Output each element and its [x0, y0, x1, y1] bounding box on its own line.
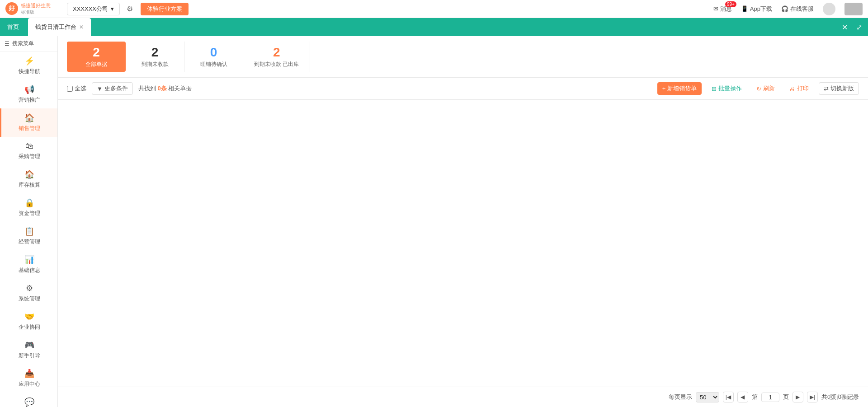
prev-page-button[interactable]: ◀: [737, 392, 748, 402]
app-version: 标准版: [21, 9, 51, 15]
sidebar-item-app-center[interactable]: 📥 应用中心: [0, 364, 57, 393]
operations-icon: 📋: [24, 226, 34, 236]
sidebar-item-purchase-label: 采购管理: [19, 153, 40, 160]
brand-watermark: OfTEn: [829, 393, 859, 402]
sidebar-item-enterprise[interactable]: 🤝 企业协同: [0, 307, 57, 336]
add-sale-button[interactable]: + 新增销货单: [657, 82, 702, 95]
finance-icon: 🔒: [24, 198, 34, 208]
stat-label-pending: 旺铺待确认: [200, 61, 227, 68]
wechat-icon: 💬: [24, 397, 34, 407]
stat-number-shipped: 2: [273, 45, 280, 60]
switch-version-button[interactable]: ⇄ 切换新版: [819, 82, 859, 95]
refresh-button[interactable]: ↻ 刷新: [752, 83, 779, 94]
sidebar-item-base-info-label: 基础信息: [19, 267, 40, 274]
stat-number-all: 2: [93, 45, 100, 60]
app-center-icon: 📥: [24, 369, 34, 379]
stat-card-overdue[interactable]: 2 到期未收款: [126, 42, 184, 72]
toolbar-left: 全选 ▼ 更多条件 共找到 0条 相关单据: [67, 82, 652, 95]
purchase-icon: 🛍: [25, 141, 33, 151]
stat-card-shipped[interactable]: 2 到期未收款 已出库: [243, 42, 310, 72]
stat-number-pending: 0: [210, 45, 217, 60]
stat-card-all[interactable]: 2 全部单据: [67, 42, 126, 72]
tab-close-icon[interactable]: ✕: [79, 24, 84, 30]
filter-label: 更多条件: [104, 84, 128, 93]
sidebar-item-marketing[interactable]: 📢 营销推广: [0, 80, 57, 108]
message-button[interactable]: ✉ 消息 99+: [713, 5, 732, 13]
select-all-checkbox[interactable]: 全选: [67, 84, 86, 93]
found-prefix: 共找到: [138, 85, 156, 92]
gear-icon: ⚙: [127, 5, 133, 13]
tab-workbench[interactable]: 钱货日清工作台 ✕: [28, 18, 91, 36]
sidebar-item-wechat[interactable]: 💬 企业微信: [0, 393, 57, 407]
sidebar-item-guide[interactable]: 🎮 新手引导: [0, 336, 57, 364]
sidebar-item-finance[interactable]: 🔒 资金管理: [0, 193, 57, 222]
logo-icon: 好: [5, 2, 18, 15]
page-size-select[interactable]: 50 100 200: [696, 392, 719, 402]
sidebar-item-quick-nav-label: 快捷导航: [19, 68, 40, 75]
top-header: 好 畅捷通好生意 标准版 XXXXXX公司 ▾ ⚙ 体验行业方案 ✉ 消息 99…: [0, 0, 868, 18]
sidebar-item-purchase[interactable]: 🛍 采购管理: [0, 137, 57, 165]
avatar-extra[interactable]: [844, 3, 863, 15]
batch-button[interactable]: ⊞ 批量操作: [707, 83, 746, 94]
tab-close-window-button[interactable]: ✕: [839, 22, 850, 33]
toolbar: 全选 ▼ 更多条件 共找到 0条 相关单据 + 新增销货单 ⊞ 批量操作: [58, 78, 868, 100]
page-label: 第: [752, 393, 758, 401]
refresh-label: 刷新: [763, 84, 775, 93]
sidebar-item-finance-label: 资金管理: [19, 210, 40, 217]
sidebar-item-app-center-label: 应用中心: [19, 380, 40, 388]
print-icon: 🖨: [789, 85, 795, 92]
tab-bar: 首页 钱货日清工作台 ✕ ✕ ⤢: [0, 18, 868, 36]
sidebar-item-inventory[interactable]: 🏠 库存核算: [0, 165, 57, 193]
sidebar-item-system-label: 系统管理: [19, 295, 40, 303]
sidebar-item-operations[interactable]: 📋 经营管理: [0, 222, 57, 250]
sidebar-item-quick-nav[interactable]: ⚡ 快捷导航: [0, 51, 57, 80]
app-download-button[interactable]: 📱 App下载: [741, 5, 772, 13]
service-icon: 🎧: [781, 5, 788, 12]
stat-number-overdue: 2: [151, 45, 159, 60]
sidebar: ☰ 搜索菜单 ⚡ 快捷导航 📢 营销推广 🏠 销售管理 🛍 采购管理 🏠 库存核…: [0, 36, 58, 407]
sidebar-item-operations-label: 经营管理: [19, 238, 40, 246]
company-select[interactable]: XXXXXX公司 ▾: [67, 3, 120, 15]
tab-maximize-button[interactable]: ⤢: [854, 22, 864, 33]
batch-label: 批量操作: [718, 84, 742, 93]
company-name: XXXXXX公司: [73, 5, 108, 13]
online-service-button[interactable]: 🎧 在线客服: [781, 5, 814, 13]
guide-icon: 🎮: [24, 340, 34, 350]
tab-home[interactable]: 首页: [0, 18, 26, 36]
stat-label-all: 全部单据: [85, 61, 107, 68]
next-page-button[interactable]: ▶: [793, 392, 803, 402]
filter-button[interactable]: ▼ 更多条件: [92, 82, 133, 95]
refresh-icon: ↻: [756, 85, 761, 92]
stat-card-pending[interactable]: 0 旺铺待确认: [184, 42, 243, 72]
quick-nav-icon: ⚡: [24, 56, 34, 66]
switch-icon: ⇄: [824, 85, 829, 92]
switch-label: 切换新版: [830, 84, 854, 93]
first-page-button[interactable]: |◀: [723, 392, 734, 402]
pagination-bar: 每页显示 50 100 200 |◀ ◀ 第 页 ▶ ▶| 共0页,0条记录: [58, 387, 868, 407]
dropdown-icon: ▾: [111, 5, 114, 12]
stat-label-shipped: 到期未收款 已出库: [254, 61, 299, 68]
sidebar-search[interactable]: ☰ 搜索菜单: [0, 36, 57, 51]
header-right: ✉ 消息 99+ 📱 App下载 🎧 在线客服: [713, 3, 863, 15]
sidebar-item-sales[interactable]: 🏠 销售管理: [0, 108, 57, 137]
inventory-icon: 🏠: [24, 169, 34, 179]
search-icon: ☰: [5, 41, 9, 47]
last-page-button[interactable]: ▶|: [807, 392, 818, 402]
marketing-icon: 📢: [24, 84, 34, 94]
settings-button[interactable]: ⚙: [123, 3, 136, 15]
print-button[interactable]: 🖨 打印: [785, 83, 813, 94]
sales-icon: 🏠: [24, 113, 34, 123]
sidebar-item-system[interactable]: ⚙ 系统管理: [0, 279, 57, 307]
download-icon: 📱: [741, 5, 748, 12]
found-suffix: 相关单据: [168, 85, 192, 92]
toolbar-right: + 新增销货单 ⊞ 批量操作 ↻ 刷新 🖨 打印 ⇄ 切换新版: [657, 82, 859, 95]
app-name: 畅捷通好生意: [21, 2, 51, 9]
tab-bar-controls: ✕ ⤢: [839, 22, 868, 33]
trial-button[interactable]: 体验行业方案: [141, 3, 189, 15]
avatar[interactable]: [823, 3, 835, 15]
found-text: 共找到 0条 相关单据: [138, 84, 192, 93]
sidebar-item-base-info[interactable]: 📊 基础信息: [0, 250, 57, 279]
page-input[interactable]: [761, 393, 779, 402]
select-all-input[interactable]: [67, 86, 73, 92]
sidebar-search-label: 搜索菜单: [12, 40, 34, 47]
